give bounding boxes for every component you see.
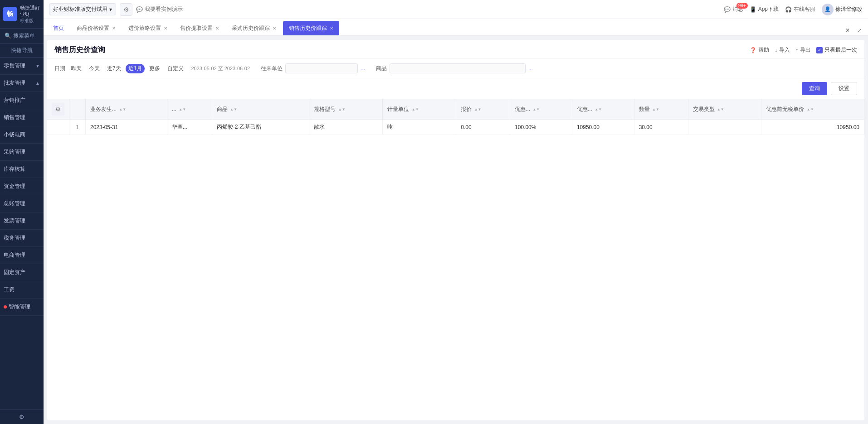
col-header-discount1[interactable]: 优惠... ▲▼ [510,99,572,120]
tab-product-price-close[interactable]: ✕ [112,26,116,31]
page-title: 销售历史价查询 [54,45,105,55]
row-discount1-cell: 100.00% [510,120,572,135]
tab-purchase-strategy[interactable]: 进价策略设置 ✕ [122,21,173,35]
sidebar-item-invoice[interactable]: 发票管理 [0,212,44,230]
sidebar-item-marketing[interactable]: 营销推广 [0,92,44,109]
table-settings-icon[interactable]: ⚙ [52,103,64,116]
ai-dot-icon [4,305,7,308]
date-opt-last7[interactable]: 近7天 [104,64,124,73]
help-button[interactable]: ❓ 帮助 [750,46,769,54]
settings-button[interactable]: 设置 [831,82,857,95]
date-opt-more[interactable]: 更多 [146,64,163,73]
col-header-unit[interactable]: 计量单位 ▲▼ [383,99,456,120]
online-service-button[interactable]: 🎧 在线客服 [785,5,815,13]
sidebar-quick-nav[interactable]: 快捷导航 [0,44,44,58]
app-logo-icon: 畅 [3,7,17,21]
import-icon: ↓ [775,47,777,53]
sidebar-item-ecommerce-small[interactable]: 小畅电商 [0,126,44,144]
window-maximize-button[interactable]: ⤢ [854,25,864,35]
col-header-pretax-price[interactable]: 优惠前无税单价 ▲▼ [761,99,864,120]
col-header-trade-type[interactable]: 交易类型 ▲▼ [688,99,761,120]
tabbar: 首页 商品价格设置 ✕ 进价策略设置 ✕ 售价提取设置 ✕ 采购历史价跟踪 ✕ … [44,19,868,36]
demo-button[interactable]: 💬 我要看实例演示 [136,5,183,13]
sidebar-item-tax[interactable]: 税务管理 [0,230,44,247]
table-container: ⚙ 业务发生... ▲▼ ... ▲▼ 商品 ▲▼ [47,99,864,420]
user-menu-button[interactable]: 👤 徐泽华修改 [822,4,863,15]
module-select[interactable]: 好业财标准版交付试用 ▾ [49,3,116,15]
row-unit-cell: 吨 [383,120,456,135]
date-opt-yesterday[interactable]: 昨天 [68,64,84,73]
sidebar-item-wholesale[interactable]: 批发管理 ▲ [0,75,44,92]
source-unit-label: 往来单位 [261,65,283,72]
window-close-button[interactable]: ✕ [843,25,853,35]
tab-purchase-history[interactable]: 采购历史价跟踪 ✕ [226,21,282,35]
only-last-checkbox[interactable]: ✓ 只看最后一次 [816,46,857,54]
page-header: 销售历史价查询 ❓ 帮助 ↓ 导入 ↑ 导出 ✓ 只看最后一次 [47,40,864,59]
col-header-qty[interactable]: 数量 ▲▼ [634,99,688,120]
col-header-price[interactable]: 报价 ▲▼ [456,99,510,120]
settings-icon: ⚙ [123,6,129,13]
date-options: 昨天 今天 近7天 近1月 更多 自定义 [68,64,186,73]
sidebar-item-sales[interactable]: 销售管理 [0,109,44,126]
sidebar-item-inventory[interactable]: 库存核算 [0,161,44,178]
demo-icon: 💬 [136,6,143,13]
date-opt-last1m[interactable]: 近1月 [126,64,145,73]
col-header-extra[interactable]: ... ▲▼ [167,99,212,120]
sort-unit-icon: ▲▼ [412,107,419,111]
query-button[interactable]: 查询 [802,82,827,95]
col-header-product[interactable]: 商品 ▲▼ [212,99,309,120]
topbar-settings-button[interactable]: ⚙ [120,3,132,16]
col-header-biz-date[interactable]: 业务发生... ▲▼ [86,99,167,120]
sidebar-item-assets[interactable]: 固定资产 [0,264,44,281]
tab-home[interactable]: 首页 [47,21,70,35]
sidebar-bottom-settings[interactable]: ⚙ [0,410,44,424]
sidebar-item-salary[interactable]: 工资 [0,281,44,299]
sidebar-item-accounting[interactable]: 总账管理 [0,195,44,212]
page-header-actions: ❓ 帮助 ↓ 导入 ↑ 导出 ✓ 只看最后一次 [750,46,857,54]
col-header-discount2[interactable]: 优惠... ▲▼ [572,99,634,120]
sidebar-item-ai[interactable]: 智能管理 [0,299,44,316]
wholesale-expand-icon: ▲ [35,81,40,86]
sidebar-item-ecommerce[interactable]: 电商管理 [0,247,44,264]
product-more-btn[interactable]: ... [528,65,533,72]
window-controls: ✕ ⤢ [843,25,864,35]
col-header-spec[interactable]: 规格型号 ▲▼ [309,99,383,120]
sidebar-item-retail[interactable]: 零售管理 ▼ [0,58,44,75]
date-opt-today[interactable]: 今天 [86,64,102,73]
sort-biz-date-icon: ▲▼ [119,107,126,111]
row-discount2-cell: 10950.00 [572,120,634,135]
retail-expand-icon: ▼ [35,63,40,68]
tab-product-price[interactable]: 商品价格设置 ✕ [71,21,122,35]
col-header-settings: ⚙ [47,99,69,120]
export-button[interactable]: ↑ 导出 [795,46,811,54]
tab-sales-history-close[interactable]: ✕ [330,26,333,31]
tab-sales-history[interactable]: 销售历史价跟踪 ✕ [283,21,339,35]
import-button[interactable]: ↓ 导入 [775,46,790,54]
app-download-button[interactable]: 📱 App下载 [750,5,779,13]
sidebar-item-finance[interactable]: 资金管理 [0,178,44,195]
tab-purchase-history-close[interactable]: ✕ [273,26,276,31]
row-no-cell: 1 [69,120,86,135]
mobile-icon: 📱 [750,6,756,13]
filter-bar: 日期 昨天 今天 近7天 近1月 更多 自定义 2023-05-02 至 202… [47,59,864,78]
tab-sale-extract-close[interactable]: ✕ [215,26,219,31]
row-trade-type-cell [688,120,761,135]
checkbox-icon: ✓ [816,47,823,53]
sidebar-logo: 畅 畅捷通好业财 标准版 [0,0,44,29]
date-range-display: 2023-05-02 至 2023-06-02 [191,65,250,72]
row-price-cell: 0.00 [456,120,510,135]
tab-sale-extract[interactable]: 售价提取设置 ✕ [174,21,225,35]
product-input[interactable] [390,63,526,73]
sort-discount2-icon: ▲▼ [595,107,602,111]
tab-purchase-strategy-close[interactable]: ✕ [164,26,167,31]
sidebar-search-menu[interactable]: 🔍 搜索菜单 [0,29,44,44]
row-biz-date-cell: 2023-05-31 [86,120,167,135]
message-button[interactable]: 💬 消息 99+ [724,5,743,13]
source-unit-input[interactable] [285,63,358,73]
source-unit-more-btn[interactable]: ... [361,65,365,72]
row-extra-cell: 华查... [167,120,212,135]
date-opt-custom[interactable]: 自定义 [165,64,186,73]
sort-price-icon: ▲▼ [474,107,482,111]
page-body: 销售历史价查询 ❓ 帮助 ↓ 导入 ↑ 导出 ✓ 只看最后一次 [47,40,864,420]
sidebar-item-purchase[interactable]: 采购管理 [0,144,44,161]
